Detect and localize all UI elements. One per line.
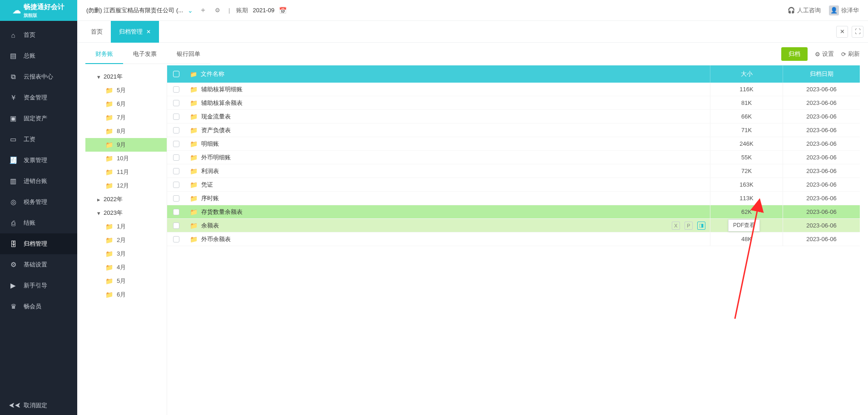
table-row[interactable]: 📁现金流量表66K2023-06-06 [167, 110, 860, 124]
tree-year[interactable]: ▾2021年 [85, 70, 167, 84]
table-row[interactable]: 📁资产负债表71K2023-06-06 [167, 124, 860, 137]
folder-icon: 📁 [105, 264, 113, 271]
nav-home[interactable]: ⌂首页 [0, 25, 77, 45]
tree-month[interactable]: 📁11月 [85, 165, 167, 179]
collapse-sidebar-button[interactable]: ⮜⮜ 取消固定 [0, 396, 77, 415]
nav-funds[interactable]: ￥资金管理 [0, 87, 77, 108]
close-all-tabs-button[interactable]: ✕ [836, 26, 848, 38]
nav-vip[interactable]: ♛畅会员 [0, 296, 77, 317]
archive-date: 2023-06-06 [783, 164, 860, 178]
tree-month[interactable]: 📁6月 [85, 288, 167, 301]
nav-cloud-report[interactable]: ⧉云报表中心 [0, 66, 77, 87]
wallet-icon: ▭ [9, 135, 17, 143]
tree-year-label: 2022年 [104, 195, 123, 203]
collapse-icon: ⮜⮜ [9, 402, 21, 409]
settings-label: 设置 [822, 50, 834, 58]
chevron-down-icon[interactable]: ⌄ [188, 7, 193, 14]
nav-invoice[interactable]: 🧾发票管理 [0, 150, 77, 171]
nav-salary[interactable]: ▭工资 [0, 129, 77, 150]
add-company-button[interactable]: ＋ [199, 5, 207, 15]
tree-month[interactable]: 📁2月 [85, 233, 167, 247]
refresh-link[interactable]: ⟳刷新 [841, 50, 860, 58]
row-checkbox[interactable] [173, 154, 179, 161]
archive-icon: 🗄 [9, 240, 17, 248]
tree-month[interactable]: 📁3月 [85, 247, 167, 261]
nav-ledger[interactable]: ▤总账 [0, 45, 77, 66]
collapse-label: 取消固定 [24, 401, 47, 410]
table-row[interactable]: 📁序时账113K2023-06-06 [167, 192, 860, 205]
fullscreen-button[interactable]: ⛶ [852, 26, 863, 38]
row-checkbox[interactable] [173, 100, 179, 106]
table-row[interactable]: 📁外币余额表48K2023-06-06 [167, 232, 860, 246]
archive-button[interactable]: 归档 [781, 47, 808, 61]
tree-month[interactable]: 📁7月 [85, 111, 167, 124]
tree-month[interactable]: 📁4月 [85, 261, 167, 274]
period-value[interactable]: 2021-09 [253, 7, 274, 14]
nav-label: 首页 [24, 31, 35, 39]
tab-home[interactable]: 首页 [83, 21, 111, 43]
tree-month[interactable]: 📁5月 [85, 84, 167, 97]
row-checkbox[interactable] [173, 195, 179, 202]
subtab-finance[interactable]: 财务账 [85, 44, 123, 64]
row-checkbox[interactable] [173, 182, 179, 188]
tree-month[interactable]: 📁9月 [85, 138, 167, 152]
select-all-checkbox[interactable] [167, 65, 185, 83]
tree-year[interactable]: ▸2022年 [85, 193, 167, 206]
nav-label: 工资 [24, 135, 35, 143]
table-row[interactable]: 📁凭证163K2023-06-06 [167, 178, 860, 192]
gear-icon[interactable]: ⚙ [215, 7, 220, 14]
nav-closing[interactable]: ⎙结账 [0, 212, 77, 233]
nav-list: ⌂首页 ▤总账 ⧉云报表中心 ￥资金管理 ▣固定资产 ▭工资 🧾发票管理 ▥进销… [0, 21, 77, 396]
row-checkbox[interactable] [173, 141, 179, 147]
nav-archive[interactable]: 🗄归档管理 [0, 233, 77, 254]
subtab-bank[interactable]: 银行回单 [167, 44, 210, 64]
refresh-icon: ⟳ [841, 51, 846, 58]
folder-icon: 📁 [105, 141, 113, 148]
tree-month[interactable]: 📁8月 [85, 124, 167, 138]
subtab-einvoice[interactable]: 电子发票 [123, 44, 167, 64]
support-link[interactable]: 🎧人工咨询 [788, 6, 821, 15]
tree-month[interactable]: 📁5月 [85, 274, 167, 288]
nav-guide[interactable]: ▶新手引导 [0, 275, 77, 296]
nav-tax[interactable]: ◎税务管理 [0, 192, 77, 212]
tree-year[interactable]: ▾2023年 [85, 206, 167, 220]
folder-icon: 📁 [105, 114, 113, 121]
table-row[interactable]: 📁余额表3K2023-06-06XP◨PDF查看 [167, 219, 860, 232]
money-icon: ￥ [9, 94, 17, 102]
tree-month-label: 2月 [117, 236, 126, 244]
row-checkbox[interactable] [173, 86, 179, 93]
nav-fixed-assets[interactable]: ▣固定资产 [0, 108, 77, 129]
row-checkbox[interactable] [173, 236, 179, 242]
table-row[interactable]: 📁明细账246K2023-06-06 [167, 137, 860, 151]
table-row[interactable]: 📁辅助核算明细账116K2023-06-06 [167, 83, 860, 96]
calendar-icon[interactable]: 📅 [279, 7, 287, 14]
user-menu[interactable]: 👤徐泽华 [829, 5, 859, 15]
table-row[interactable]: 📁利润表72K2023-06-06 [167, 164, 860, 178]
nav-inventory[interactable]: ▥进销台账 [0, 171, 77, 192]
folder-icon: 📁 [190, 154, 198, 161]
tab-archive[interactable]: 归档管理✕ [111, 21, 159, 43]
row-checkbox[interactable] [173, 209, 179, 215]
settings-link[interactable]: ⚙设置 [815, 50, 834, 58]
file-size: 62K [710, 205, 783, 218]
row-checkbox[interactable] [173, 168, 179, 174]
close-icon[interactable]: ✕ [146, 29, 151, 35]
row-checkbox[interactable] [173, 222, 179, 229]
nav-label: 归档管理 [24, 240, 47, 248]
pdf-view-icon[interactable]: ◨ [697, 222, 705, 230]
pdf-export-icon[interactable]: P [684, 222, 693, 230]
folder-icon: 📁 [190, 181, 198, 188]
table-row[interactable]: 📁辅助核算余额表81K2023-06-06 [167, 96, 860, 110]
excel-export-icon[interactable]: X [672, 222, 680, 230]
table-row[interactable]: 📁外币明细账55K2023-06-06 [167, 151, 860, 164]
tree-month[interactable]: 📁6月 [85, 97, 167, 111]
tree-month[interactable]: 📁12月 [85, 179, 167, 193]
row-checkbox[interactable] [173, 114, 179, 120]
nav-settings[interactable]: ⚙基础设置 [0, 254, 77, 275]
tree-month[interactable]: 📁1月 [85, 220, 167, 233]
tree-month[interactable]: 📁10月 [85, 152, 167, 165]
table-row[interactable]: 📁存货数量余额表62K2023-06-06 [167, 205, 860, 219]
company-selector[interactable]: (勿删) 江西服宝精品有限责任公司 (... [86, 6, 183, 15]
row-checkbox[interactable] [173, 127, 179, 133]
table-header: 📁 文件名称 大小 归档日期 [167, 65, 860, 83]
